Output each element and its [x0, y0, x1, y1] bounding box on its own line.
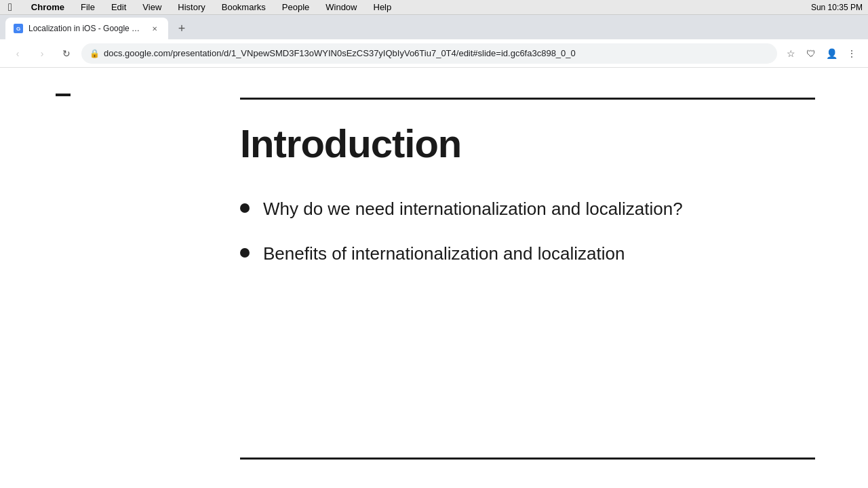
- addressbar-actions: ☆ 🛡 👤 ⋮: [783, 45, 860, 62]
- bullet-dot-2: [240, 248, 250, 258]
- active-tab[interactable]: G Localization in iOS - Google S... ✕: [5, 18, 168, 39]
- bullet-dot-1: [240, 203, 250, 213]
- slide-title: Introduction: [240, 122, 815, 165]
- bullet-text-1: Why do we need internationalization and …: [263, 198, 683, 221]
- slide-container: Introduction Why do we need internationa…: [0, 68, 868, 488]
- menubar-bookmarks[interactable]: Bookmarks: [219, 2, 269, 12]
- menubar-chrome[interactable]: Chrome: [28, 2, 67, 12]
- lock-icon: 🔒: [90, 49, 100, 58]
- bullet-item-1: Why do we need internationalization and …: [240, 198, 815, 221]
- menubar-status-area: Sun 10:35 PM: [811, 3, 863, 12]
- url-text: docs.google.com/presentation/d/1_VNpewSM…: [104, 48, 576, 58]
- slide-bottom-rule: [240, 458, 815, 460]
- apple-menu[interactable]: : [5, 1, 15, 14]
- menubar-history[interactable]: History: [175, 2, 208, 12]
- menubar-people[interactable]: People: [279, 2, 312, 12]
- extension-icon[interactable]: 🛡: [803, 45, 819, 62]
- menubar-edit[interactable]: Edit: [108, 2, 129, 12]
- slide-dash: [56, 94, 71, 96]
- menubar:  Chrome File Edit View History Bookmark…: [0, 0, 868, 15]
- menubar-file[interactable]: File: [78, 2, 98, 12]
- menubar-window[interactable]: Window: [323, 2, 359, 12]
- menubar-help[interactable]: Help: [371, 2, 395, 12]
- slide-bullets: Why do we need internationalization and …: [240, 198, 815, 266]
- tab-label: Localization in iOS - Google S...: [28, 24, 144, 33]
- bullet-item-2: Benefits of internationalization and loc…: [240, 243, 815, 266]
- menubar-view[interactable]: View: [140, 2, 164, 12]
- tab-favicon: G: [14, 24, 23, 33]
- back-button[interactable]: ‹: [8, 44, 27, 63]
- slide-content: Introduction Why do we need internationa…: [240, 122, 815, 447]
- profile-icon[interactable]: 👤: [823, 45, 840, 62]
- tab-close-button[interactable]: ✕: [149, 23, 160, 34]
- bookmark-icon[interactable]: ☆: [783, 45, 799, 62]
- forward-button[interactable]: ›: [33, 44, 52, 63]
- tabbar: G Localization in iOS - Google S... ✕ +: [0, 15, 868, 39]
- addressbar: ‹ › ↻ 🔒 docs.google.com/presentation/d/1…: [0, 39, 868, 68]
- slide-top-rule: [240, 98, 815, 100]
- url-bar[interactable]: 🔒 docs.google.com/presentation/d/1_VNpew…: [81, 43, 777, 64]
- refresh-button[interactable]: ↻: [57, 44, 76, 63]
- bullet-text-2: Benefits of internationalization and loc…: [263, 243, 625, 266]
- menu-icon[interactable]: ⋮: [844, 45, 860, 62]
- new-tab-button[interactable]: +: [172, 19, 191, 38]
- menubar-time: Sun 10:35 PM: [811, 3, 863, 12]
